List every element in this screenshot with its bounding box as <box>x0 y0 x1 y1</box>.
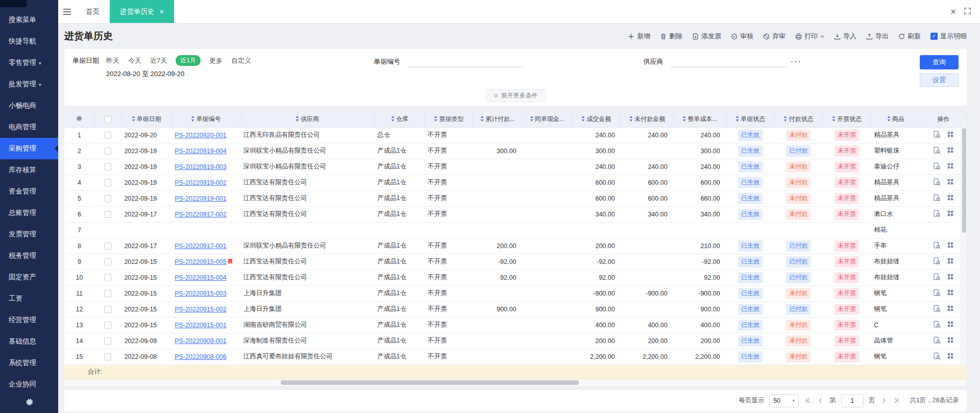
view-doc-icon[interactable] <box>933 321 941 330</box>
print-button[interactable]: 打印 <box>795 32 824 41</box>
view-doc-icon[interactable] <box>933 194 941 203</box>
column-header-pay-status[interactable]: 付款状态 <box>774 112 823 127</box>
tab-home[interactable]: 首页 <box>76 0 110 23</box>
row-checkbox[interactable] <box>104 179 111 186</box>
row-checkbox[interactable] <box>104 353 111 360</box>
doc-number-link[interactable]: PS-20220915-005 <box>175 258 226 265</box>
table-row[interactable]: 152022-09-08PS-20220908-006江西真可爱布娃娃有限责任公… <box>64 349 967 365</box>
settings-button[interactable]: 设置 <box>920 74 959 87</box>
refresh-button[interactable]: 刷新 <box>898 32 921 41</box>
doc-number-link[interactable]: PS-20220917-001 <box>175 242 226 250</box>
row-checkbox[interactable] <box>104 337 111 345</box>
checkbox-column-header[interactable] <box>94 112 121 127</box>
doc-number-link[interactable]: PS-20220919-003 <box>175 163 226 171</box>
quick-filter-last1month[interactable]: 近1月 <box>176 55 201 66</box>
sidebar-item-fixed-assets[interactable]: 固定资产 <box>0 266 58 288</box>
view-doc-icon[interactable] <box>933 336 941 346</box>
table-row[interactable]: 62022-09-17PS-20220917-002江西宝达有限责任公司产成品1… <box>64 206 967 222</box>
view-doc-icon[interactable] <box>933 147 941 156</box>
table-row[interactable]: 142022-09-09PS-20220909-001深海制造有限责任公司产成品… <box>64 333 967 349</box>
detail-row[interactable]: 7棉花 <box>64 222 967 238</box>
sidebar-item-ecom[interactable]: 电商管理 <box>0 116 58 138</box>
doc-number-link[interactable]: PS-20220915-004 <box>175 274 226 281</box>
supplier-more-icon[interactable]: ··· <box>791 57 802 66</box>
sidebar-item-tax[interactable]: 税务管理 <box>0 245 58 266</box>
add-invoice-button[interactable]: 添发票 <box>692 32 721 41</box>
column-header-total-cost[interactable]: 整单成本... <box>674 112 726 127</box>
related-docs-icon[interactable] <box>947 210 954 218</box>
horizontal-scrollbar[interactable] <box>64 379 967 386</box>
related-docs-icon[interactable] <box>947 131 954 139</box>
supplier-input[interactable] <box>670 56 788 67</box>
related-docs-icon[interactable] <box>947 194 954 203</box>
row-checkbox[interactable] <box>104 322 111 329</box>
quick-filter-yesterday[interactable]: 昨天 <box>106 56 119 65</box>
doc-number-link[interactable]: PS-20220919-004 <box>175 148 226 155</box>
related-docs-icon[interactable] <box>947 257 954 266</box>
fullscreen-icon[interactable] <box>964 7 971 16</box>
horizontal-scrollbar-thumb[interactable] <box>281 380 578 385</box>
row-checkbox[interactable] <box>104 242 111 250</box>
doc-no-input[interactable] <box>407 56 525 67</box>
add-button[interactable]: 新增 <box>628 32 650 41</box>
table-row[interactable]: 42022-09-19PS-20220919-002江西宝达有限责任公司产成品1… <box>64 175 967 190</box>
audit-button[interactable]: 审核 <box>731 32 753 41</box>
table-row[interactable]: 102022-09-15PS-20220915-004江西宝达有限责任公司产成品… <box>64 270 967 285</box>
delete-button[interactable]: 删除 <box>660 32 682 41</box>
view-doc-icon[interactable] <box>933 210 941 219</box>
row-checkbox[interactable] <box>104 211 111 218</box>
column-header-same-doc-cash[interactable]: 同单现金... <box>522 112 572 127</box>
doc-number-link[interactable]: PS-20220919-001 <box>175 195 226 202</box>
sidebar-item-collaboration[interactable]: 企业协同 <box>0 374 58 391</box>
doc-number-link[interactable]: PS-20220915-003 <box>175 290 226 297</box>
first-page-button[interactable] <box>804 398 812 403</box>
row-checkbox[interactable] <box>104 148 111 155</box>
sidebar-item-ledger[interactable]: 总账管理 <box>0 202 58 224</box>
date-range-value[interactable]: 2022-08-20 至 2022-09-20 <box>106 69 374 79</box>
doc-number-link[interactable]: PS-20220915-001 <box>175 322 226 329</box>
export-button[interactable]: 导出 <box>866 32 889 41</box>
related-docs-icon[interactable] <box>947 273 954 282</box>
expand-more-button[interactable]: 展开更多条件 <box>486 89 546 102</box>
related-docs-icon[interactable] <box>947 241 954 250</box>
doc-number-link[interactable]: PS-20220919-002 <box>175 179 226 186</box>
vertical-scrollbar-thumb[interactable] <box>962 128 966 233</box>
quick-filter-custom[interactable]: 自定义 <box>231 56 251 65</box>
related-docs-icon[interactable] <box>947 352 954 361</box>
sidebar-item-operations[interactable]: 经营管理 <box>0 309 58 331</box>
search-button[interactable]: 查询 <box>920 55 959 69</box>
vertical-scrollbar[interactable] <box>961 127 967 365</box>
view-doc-icon[interactable] <box>933 257 941 266</box>
column-header-unpaid-amount[interactable]: 未付款金额 <box>621 112 674 127</box>
related-docs-icon[interactable] <box>947 289 954 298</box>
column-header-cum-payment[interactable]: 累计付款... <box>473 112 523 127</box>
table-row[interactable]: 112022-09-15PS-20220915-003上海日升集团产成品1仓不开… <box>64 285 967 301</box>
column-header-warehouse[interactable]: 仓库 <box>374 112 425 127</box>
close-all-tabs-icon[interactable]: × <box>950 7 956 16</box>
column-header-product[interactable]: 商品 <box>871 112 920 127</box>
sidebar-settings-gear-icon[interactable] <box>0 391 58 413</box>
tab-purchase-history[interactable]: 进货单历史 × <box>110 0 174 23</box>
sidebar-item-quick-nav[interactable]: 快捷导航 <box>0 31 58 52</box>
table-row[interactable]: 12022-09-20PS-20220920-001江西无印良品有限责任公司总仓… <box>64 127 967 143</box>
view-doc-icon[interactable] <box>933 162 941 172</box>
sidebar-item-search-menu[interactable]: 搜索菜单 <box>0 9 58 31</box>
related-docs-icon[interactable] <box>947 162 954 171</box>
view-doc-icon[interactable] <box>933 352 941 361</box>
quick-filter-last7days[interactable]: 近7天 <box>150 56 167 65</box>
quick-filter-today[interactable]: 今天 <box>128 56 141 65</box>
sidebar-item-wholesale[interactable]: 批发管理▾ <box>0 74 58 95</box>
row-checkbox[interactable] <box>104 163 111 171</box>
sidebar-item-retail[interactable]: 零售管理▾ <box>0 52 58 74</box>
view-doc-icon[interactable] <box>933 178 941 187</box>
column-header-operation[interactable]: 操作 <box>920 112 967 127</box>
column-header-deal-amount[interactable]: 成交金额 <box>572 112 621 127</box>
row-checkbox[interactable] <box>104 274 111 281</box>
doc-number-link[interactable]: PS-20220917-002 <box>175 211 226 218</box>
unaudit-button[interactable]: 弃审 <box>763 32 786 41</box>
sidebar-item-xiaochang-ecom[interactable]: 小畅电商 <box>0 95 58 116</box>
table-row[interactable]: 92022-09-15PS-20220915-005江西宝达有限责任公司产成品1… <box>64 254 967 270</box>
last-page-button[interactable] <box>893 398 900 403</box>
related-docs-icon[interactable] <box>947 321 954 329</box>
column-header-supplier[interactable]: 供应商 <box>240 112 375 127</box>
